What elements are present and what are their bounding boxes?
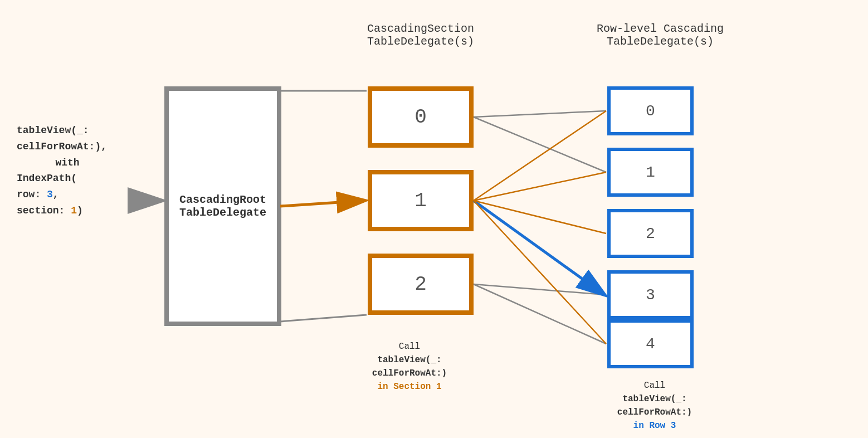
svg-line-15 [474, 201, 606, 344]
col2-header: Row-level Cascading TableDelegate(s) [563, 22, 758, 48]
row-box-3: 3 [607, 270, 694, 319]
svg-line-9 [474, 284, 606, 295]
section-box-2: 2 [368, 254, 474, 315]
svg-line-10 [474, 284, 606, 344]
svg-line-6 [280, 201, 364, 206]
diagram-container: CascadingSection TableDelegate(s) Row-le… [0, 0, 868, 438]
code-line5: row: 3, [17, 187, 107, 203]
row-box-2: 2 [607, 209, 694, 258]
svg-line-7 [474, 111, 606, 117]
code-line3: with [28, 155, 107, 171]
row-box-1: 1 [607, 148, 694, 197]
bottom-label-section: Call tableView(_: cellForRowAt:) in Sect… [345, 340, 474, 393]
row-box-0: 0 [607, 86, 694, 135]
svg-line-12 [474, 111, 606, 201]
svg-line-14 [474, 201, 606, 233]
code-line2: cellForRowAt:), [17, 139, 107, 155]
svg-line-13 [474, 172, 606, 201]
section-box-0: 0 [368, 86, 474, 148]
section-box-1: 1 [368, 170, 474, 231]
code-line1: tableView(_: [17, 123, 107, 139]
svg-line-5 [280, 315, 367, 322]
code-block: tableView(_: cellForRowAt:), with IndexP… [17, 123, 107, 219]
svg-line-8 [474, 117, 606, 172]
code-line6: section: 1) [17, 203, 107, 219]
root-box: CascadingRoot TableDelegate [164, 86, 281, 326]
col1-header: CascadingSection TableDelegate(s) [323, 22, 518, 48]
code-line4: IndexPath( [17, 171, 107, 187]
svg-line-11 [474, 201, 604, 295]
bottom-label-row: Call tableView(_: cellForRowAt:) in Row … [588, 379, 721, 432]
row-box-4: 4 [607, 319, 694, 368]
